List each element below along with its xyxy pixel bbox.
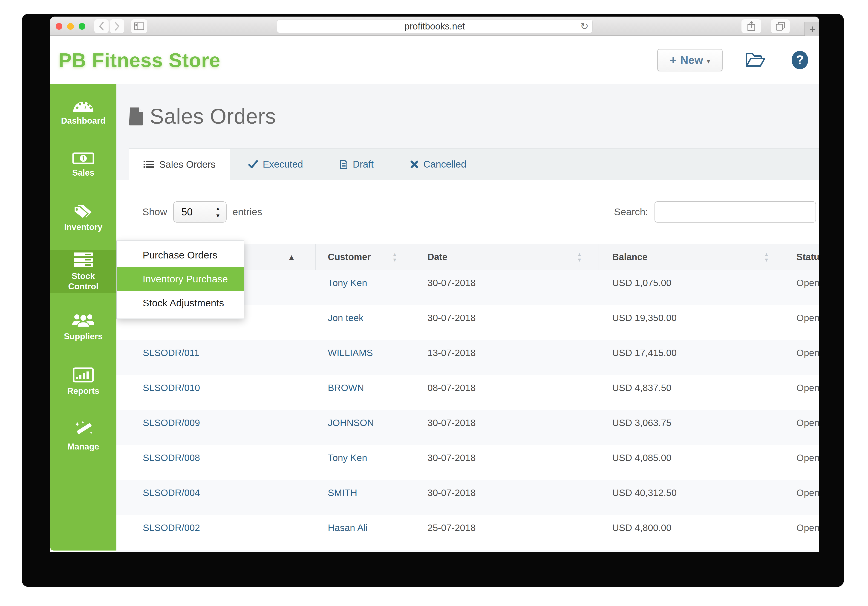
order-status: Open bbox=[786, 340, 819, 375]
cancel-x-icon bbox=[411, 160, 418, 168]
menu-item-inventory-purchase[interactable]: Inventory Purchase bbox=[117, 267, 244, 291]
caret-down-icon: ▾ bbox=[707, 57, 710, 65]
tab-cancelled[interactable]: Cancelled bbox=[392, 149, 485, 180]
sort-both-icon[interactable]: ▲▼ bbox=[764, 252, 769, 263]
customer-link[interactable]: WILLIAMS bbox=[316, 340, 414, 375]
sort-ascending-icon[interactable]: ▲ bbox=[288, 252, 295, 261]
new-tab-plus: + bbox=[809, 23, 816, 36]
order-status: Open bbox=[786, 375, 819, 410]
sidebar-item-manage[interactable]: Manage bbox=[50, 418, 116, 462]
new-tab-button[interactable]: + bbox=[804, 22, 819, 36]
sidebar-item-label: Dashboard bbox=[61, 115, 105, 126]
help-button[interactable]: ? bbox=[790, 50, 809, 70]
column-header-customer[interactable]: Customer ▲▼ bbox=[316, 244, 414, 270]
sidebar-item-dashboard[interactable]: Dashboard bbox=[50, 98, 116, 137]
minimize-window-button[interactable] bbox=[67, 23, 74, 30]
chevron-right-icon bbox=[114, 22, 120, 31]
table-row[interactable]: SLSODR/004 SMITH 30-07-2018 USD 40,312.5… bbox=[116, 480, 819, 515]
reload-icon[interactable]: ↻ bbox=[580, 20, 589, 32]
sidebar-item-stock-control[interactable]: Stock Control bbox=[50, 250, 116, 293]
order-date: 08-07-2018 bbox=[414, 375, 599, 410]
menu-item-purchase-orders[interactable]: Purchase Orders bbox=[117, 243, 244, 267]
table-row[interactable]: SLSODR/009 JOHNSON 30-07-2018 USD 3,063.… bbox=[116, 410, 819, 445]
url-text: profitbooks.net bbox=[405, 21, 465, 31]
column-label: Date bbox=[428, 252, 448, 262]
entries-label: entries bbox=[232, 206, 262, 218]
manage-wand-icon bbox=[73, 420, 94, 438]
tab-executed[interactable]: Executed bbox=[230, 149, 321, 180]
sidebar-toggle-button[interactable] bbox=[131, 19, 147, 33]
customer-link[interactable]: Tony Ken bbox=[316, 270, 414, 305]
address-bar[interactable]: profitbooks.net ↻ bbox=[277, 20, 593, 33]
table-row[interactable]: SLSODR/008 Tony Ken 30-07-2018 USD 4,085… bbox=[116, 445, 819, 480]
order-balance: USD 3,063.75 bbox=[599, 410, 786, 444]
search-input[interactable] bbox=[654, 201, 816, 222]
sort-both-icon[interactable]: ▲▼ bbox=[577, 252, 582, 263]
help-icon: ? bbox=[790, 50, 809, 70]
close-window-button[interactable] bbox=[56, 23, 62, 30]
search-label: Search: bbox=[614, 206, 648, 218]
share-icon bbox=[747, 21, 755, 31]
order-status: Open bbox=[786, 305, 819, 340]
column-label: Balance bbox=[612, 252, 647, 262]
sidebar-item-inventory[interactable]: Inventory bbox=[50, 202, 116, 242]
column-header-status[interactable]: Status bbox=[786, 244, 819, 270]
column-header-balance[interactable]: Balance ▲▼ bbox=[599, 244, 786, 270]
order-number-link[interactable]: SLSODR/008 bbox=[116, 445, 316, 480]
page-size-select[interactable]: 50 ▲▼ bbox=[173, 201, 226, 222]
tab-overview-button[interactable] bbox=[771, 19, 790, 33]
svg-text:?: ? bbox=[796, 53, 804, 67]
sidebar-toggle-icon bbox=[134, 22, 144, 30]
clipped-row-sliver bbox=[116, 550, 819, 552]
share-button[interactable] bbox=[741, 19, 761, 33]
app-header: PB Fitness Store + New ▾ ? bbox=[50, 36, 819, 84]
back-button[interactable] bbox=[94, 19, 108, 33]
reports-chart-icon bbox=[73, 367, 94, 382]
table-row[interactable]: SLSODR/002 Hasan Ali 25-07-2018 USD 4,80… bbox=[116, 515, 819, 550]
tab-draft[interactable]: Draft bbox=[321, 149, 392, 180]
order-status: Open bbox=[786, 410, 819, 444]
sidebar-item-sales[interactable]: 1 Sales bbox=[50, 151, 116, 190]
plus-icon: + bbox=[670, 53, 677, 67]
brand-logo[interactable]: PB Fitness Store bbox=[59, 49, 220, 71]
tab-sales-orders[interactable]: Sales Orders bbox=[129, 149, 230, 180]
customer-link[interactable]: JOHNSON bbox=[316, 410, 414, 444]
main-content: Sales Orders Sales Orders bbox=[116, 84, 819, 552]
table-row[interactable]: SLSODR/010 BROWN 08-07-2018 USD 4,837.50… bbox=[116, 375, 819, 410]
sort-both-icon[interactable]: ▲▼ bbox=[392, 252, 397, 263]
table-row[interactable]: SLSODR/011 WILLIAMS 13-07-2018 USD 17,41… bbox=[116, 340, 819, 375]
customer-link[interactable]: Tony Ken bbox=[316, 445, 414, 480]
customer-link[interactable]: SMITH bbox=[316, 480, 414, 514]
order-number-link[interactable]: SLSODR/002 bbox=[116, 515, 316, 550]
order-number-link[interactable]: SLSODR/004 bbox=[116, 480, 316, 514]
draft-file-icon bbox=[340, 160, 347, 169]
folder-open-icon bbox=[746, 52, 766, 68]
forward-button[interactable] bbox=[110, 19, 124, 33]
order-number-link[interactable]: SLSODR/011 bbox=[116, 340, 316, 375]
zoom-window-button[interactable] bbox=[79, 23, 85, 30]
list-controls: Show 50 ▲▼ entries Search: bbox=[116, 180, 819, 244]
order-date: 25-07-2018 bbox=[414, 515, 599, 550]
order-date: 30-07-2018 bbox=[414, 270, 599, 305]
column-label: Status bbox=[797, 252, 819, 262]
sidebar-item-suppliers[interactable]: Suppliers bbox=[50, 311, 116, 355]
open-folder-button[interactable] bbox=[746, 52, 766, 68]
header-actions: + New ▾ ? bbox=[657, 49, 809, 71]
table-panel: Show 50 ▲▼ entries Search: bbox=[116, 180, 819, 552]
customer-link[interactable]: BROWN bbox=[316, 375, 414, 410]
sidebar-item-label: Sales bbox=[72, 168, 95, 178]
order-status: Open bbox=[786, 480, 819, 514]
customer-link[interactable]: Hasan Ali bbox=[316, 515, 414, 550]
new-button[interactable]: + New ▾ bbox=[657, 49, 722, 71]
order-balance: USD 4,800.00 bbox=[599, 515, 786, 550]
sidebar-item-label: Reports bbox=[67, 386, 99, 396]
order-number-link[interactable]: SLSODR/010 bbox=[116, 375, 316, 410]
customer-link[interactable]: Jon teek bbox=[316, 305, 414, 340]
stock-control-stack-icon bbox=[73, 252, 94, 268]
order-balance: USD 1,075.00 bbox=[599, 270, 786, 305]
column-label: Customer bbox=[328, 252, 371, 262]
menu-item-stock-adjustments[interactable]: Stock Adjustments bbox=[117, 291, 244, 315]
column-header-date[interactable]: Date ▲▼ bbox=[414, 244, 599, 270]
sidebar-item-reports[interactable]: Reports bbox=[50, 365, 116, 409]
order-number-link[interactable]: SLSODR/009 bbox=[116, 410, 316, 444]
